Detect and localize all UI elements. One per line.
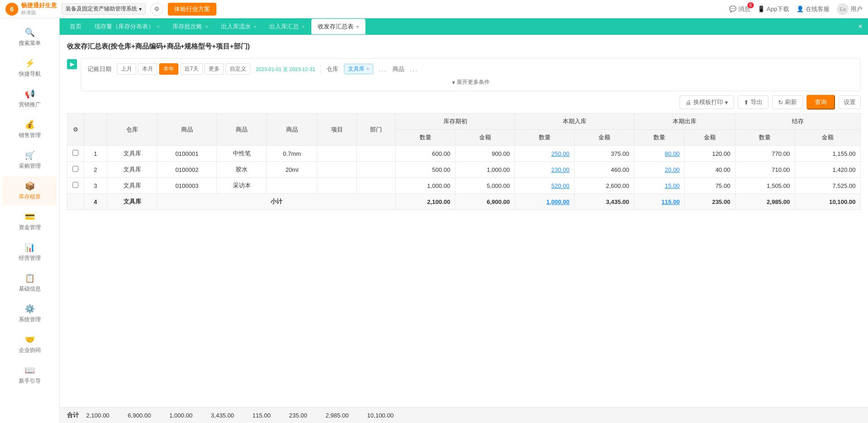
online-service-item[interactable]: 👤 在线客服 bbox=[796, 5, 829, 13]
warehouse-tag[interactable]: 文具库 × bbox=[344, 64, 373, 74]
warehouse-tag-close[interactable]: × bbox=[366, 66, 369, 71]
print-dropdown-icon: ▾ bbox=[725, 99, 728, 106]
tab-summary-label: 出入库汇总 bbox=[269, 22, 299, 31]
main-layout: 🔍 搜索菜单 ⚡ 快捷导航 📢 营销推广 💰 销售管理 🛒 采购管理 📦 库存核… bbox=[0, 18, 868, 423]
tab-bar-close[interactable]: × bbox=[857, 21, 864, 33]
subtotal-out-qty[interactable]: 115.00 bbox=[634, 194, 685, 210]
subtotal-in-qty[interactable]: 1,000.00 bbox=[515, 194, 575, 210]
refresh-button[interactable]: ↻ 刷新 bbox=[772, 95, 803, 109]
table-wrapper: ⚙ 仓库 商品 商品 商品 项目 部门 库存期初 本期入库 本期出库 结存 bbox=[67, 113, 861, 210]
date-btn-custom[interactable]: 自定义 bbox=[226, 63, 250, 75]
subtotal-close-qty: 2,985.00 bbox=[735, 194, 795, 210]
export-button[interactable]: ⬆ 导出 bbox=[738, 95, 768, 109]
sidebar-item-finance[interactable]: 💳 资金管理 bbox=[3, 207, 56, 236]
sidebar-item-sales[interactable]: 💰 销售管理 bbox=[3, 115, 56, 144]
tab-recv-send-close[interactable]: × bbox=[356, 24, 359, 29]
row3-out-qty[interactable]: 15.00 bbox=[634, 178, 685, 194]
row2-close-amt: 1,420.00 bbox=[795, 162, 860, 178]
sidebar-item-purchase[interactable]: 🛒 采购管理 bbox=[3, 146, 56, 175]
row2-out-qty[interactable]: 20.00 bbox=[634, 162, 685, 178]
tab-summary[interactable]: 出入库汇总 × bbox=[263, 19, 311, 34]
row2-in-qty[interactable]: 230.00 bbox=[515, 162, 575, 178]
message-item[interactable]: 💬 消息 6 bbox=[729, 5, 750, 13]
user-item[interactable]: Ea 用户 bbox=[837, 3, 862, 15]
sidebar-item-system[interactable]: ⚙️ 系统管理 bbox=[3, 299, 56, 328]
expand-chevron-icon: ▾ bbox=[452, 79, 455, 86]
filter-collapse-button[interactable]: ▶ bbox=[67, 59, 77, 69]
subtotal-in-amt: 3,435.00 bbox=[575, 194, 634, 210]
filter-container: ▶ 记账日期 上月 本月 本年 近7天 更多 自定义 2023-01-01 至 … bbox=[67, 58, 861, 91]
row3-close-amt: 7,525.00 bbox=[795, 178, 860, 194]
row3-in-amt: 2,600.00 bbox=[575, 178, 634, 194]
experience-button[interactable]: 体验行业方案 bbox=[168, 3, 216, 16]
row1-open-amt: 900.00 bbox=[455, 146, 515, 162]
row2-select[interactable] bbox=[67, 162, 84, 178]
row3-in-qty[interactable]: 520.00 bbox=[515, 178, 575, 194]
sidebar-item-inventory[interactable]: 📦 库存核算 bbox=[3, 176, 56, 205]
tab-home[interactable]: 首页 bbox=[63, 19, 88, 34]
th-close-qty: 数量 bbox=[735, 130, 795, 146]
tab-batch[interactable]: 库存批次账 × bbox=[166, 19, 214, 34]
row1-checkbox[interactable] bbox=[72, 150, 78, 156]
sidebar-label-purchase: 采购管理 bbox=[19, 162, 41, 170]
row1-in-qty[interactable]: 250.00 bbox=[515, 146, 575, 162]
tab-flow-label: 出入库流水 bbox=[221, 22, 251, 31]
row2-goods-code: 0100002 bbox=[157, 162, 217, 178]
row3-select[interactable] bbox=[67, 178, 84, 194]
row1-out-qty[interactable]: 80.00 bbox=[634, 146, 685, 162]
settings-button[interactable]: ⚙ bbox=[150, 3, 163, 16]
sidebar-item-basic[interactable]: 📋 基础信息 bbox=[3, 269, 56, 297]
app-download-item[interactable]: 📱 App下载 bbox=[757, 5, 789, 13]
system-select[interactable]: 装备及固定资产辅助管理系统 ▾ bbox=[61, 3, 146, 15]
tab-flow-close[interactable]: × bbox=[254, 24, 256, 29]
tab-batch-close[interactable]: × bbox=[205, 24, 208, 29]
table-settings-col[interactable]: ⚙ bbox=[67, 114, 84, 146]
top-right-actions: 🖨 换模板打印 ▾ ⬆ 导出 ↻ 刷新 查询 设置 bbox=[67, 95, 861, 110]
sidebar-label-finance: 资金管理 bbox=[19, 224, 41, 231]
sidebar-item-cooperation[interactable]: 🤝 企业协同 bbox=[3, 330, 56, 359]
row3-checkbox[interactable] bbox=[72, 182, 78, 188]
filter-row-main: 记账日期 上月 本月 本年 近7天 更多 自定义 2023-01-01 至 20… bbox=[88, 63, 854, 75]
tab-flow[interactable]: 出入库流水 × bbox=[215, 19, 263, 34]
sidebar-item-marketing[interactable]: 📢 营销推广 bbox=[3, 84, 56, 113]
row2-no: 2 bbox=[84, 162, 107, 178]
sidebar-item-guide[interactable]: 📖 新手引导 bbox=[3, 361, 56, 390]
th-goods-name: 商品 bbox=[217, 114, 267, 146]
cooperation-icon: 🤝 bbox=[25, 335, 35, 345]
th-dept: 部门 bbox=[356, 114, 395, 146]
phone-icon: 📱 bbox=[757, 5, 765, 12]
tab-recv-send[interactable]: 收发存汇总表 × bbox=[311, 19, 365, 34]
query-button[interactable]: 查询 bbox=[807, 95, 835, 110]
th-in-amt: 金额 bbox=[575, 130, 634, 146]
row1-select[interactable] bbox=[67, 146, 84, 162]
print-template-button[interactable]: 🖨 换模板打印 ▾ bbox=[680, 95, 734, 109]
row2-checkbox[interactable] bbox=[72, 166, 78, 172]
row3-goods-spec bbox=[267, 178, 317, 194]
date-btn-7days[interactable]: 近7天 bbox=[180, 63, 203, 75]
tab-home-label: 首页 bbox=[70, 22, 82, 31]
sidebar-item-search[interactable]: 🔍 搜索菜单 bbox=[3, 23, 56, 52]
subtotal-no: 4 bbox=[84, 194, 107, 210]
date-btn-this-year[interactable]: 本年 bbox=[159, 63, 178, 75]
row3-project bbox=[317, 178, 356, 194]
expand-more-button[interactable]: ▾ 展开更多条件 bbox=[452, 78, 490, 86]
date-btn-last-month[interactable]: 上月 bbox=[117, 63, 136, 75]
th-open-amt: 金额 bbox=[455, 130, 515, 146]
row2-goods-name: 胶水 bbox=[217, 162, 267, 178]
header-left: 6 畅捷通好生意 标准版 装备及固定资产辅助管理系统 ▾ ⚙ 体验行业方案 bbox=[6, 2, 216, 16]
date-btn-this-month[interactable]: 本月 bbox=[138, 63, 157, 75]
row2-close-qty: 710.00 bbox=[735, 162, 795, 178]
warehouse-more-dots[interactable]: ... bbox=[379, 66, 387, 73]
sidebar-item-operations[interactable]: 📊 经营管理 bbox=[3, 238, 56, 267]
row3-open-amt: 5,000.00 bbox=[455, 178, 515, 194]
footer-out-amt: 235.00 bbox=[289, 412, 307, 419]
goods-label: 商品 bbox=[393, 65, 404, 73]
tab-stock-dist-close[interactable]: × bbox=[157, 24, 160, 29]
date-label: 记账日期 bbox=[88, 65, 111, 73]
date-btn-more[interactable]: 更多 bbox=[205, 63, 224, 75]
sidebar-item-quick-nav[interactable]: ⚡ 快捷导航 bbox=[3, 54, 56, 82]
goods-more-dots[interactable]: ... bbox=[410, 66, 418, 73]
column-settings-button[interactable]: 设置 bbox=[839, 95, 861, 109]
tab-summary-close[interactable]: × bbox=[302, 24, 304, 29]
tab-stock-dist[interactable]: 现存量（库存分布表） × bbox=[88, 19, 166, 34]
